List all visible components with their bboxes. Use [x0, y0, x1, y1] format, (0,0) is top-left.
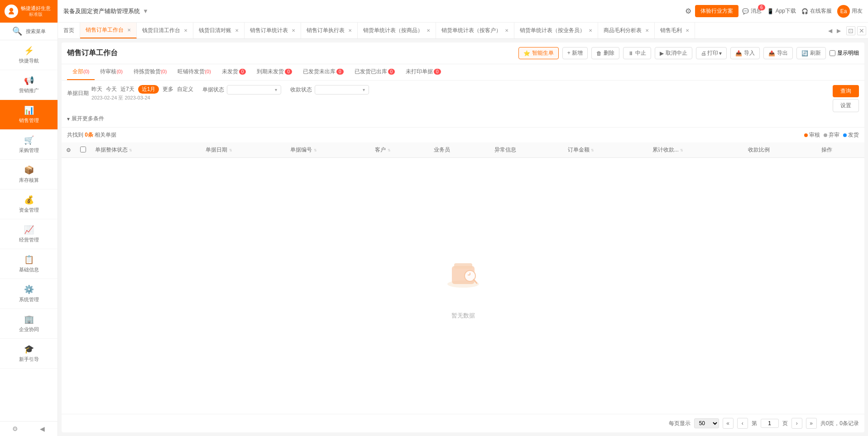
sort-status-icon[interactable]: ⇅ [129, 148, 132, 152]
tab-sales-exec[interactable]: 销售订单执行表 ✕ [301, 23, 358, 38]
tab-sales-workbench[interactable]: 销售订单工作台 ✕ [80, 23, 137, 38]
sort-customer-icon[interactable]: ⇅ [388, 148, 391, 152]
import-button[interactable]: 📥 导入 [730, 47, 760, 59]
tab-next-button[interactable]: ▶ [835, 27, 843, 35]
subtab-not-shipped[interactable]: 未发货0 [216, 64, 252, 80]
sidebar-item-quicknav[interactable]: ⚡ 快捷导航 [0, 40, 58, 70]
first-page-button[interactable]: « [723, 418, 734, 429]
add-button[interactable]: + 新增 [562, 47, 588, 59]
tab-sales-stat-customer-close[interactable]: ✕ [505, 28, 508, 33]
subtab-all[interactable]: 全部(0) [67, 64, 95, 80]
tab-gross-profit[interactable]: 商品毛利分析表 ✕ [598, 23, 655, 38]
tab-sales-stat-customer[interactable]: 销货单统计表（按客户） ✕ [436, 23, 514, 38]
sort-date-icon[interactable]: ⇅ [229, 148, 232, 152]
anti-review-action-button[interactable]: 弃审 [824, 131, 839, 139]
export-button[interactable]: 📤 导出 [763, 47, 793, 59]
subtab-expired-not-shipped[interactable]: 到期未发货0 [251, 64, 297, 80]
settings-button[interactable]: ⚙ [4, 425, 27, 432]
date-custom[interactable]: 自定义 [177, 85, 193, 93]
tab-cash-daily-close[interactable]: ✕ [184, 28, 187, 33]
subtab-shipped-not-out[interactable]: 已发货未出库0 [297, 64, 349, 80]
tab-sales-profit-close[interactable]: ✕ [686, 28, 689, 33]
sidebar-item-sales[interactable]: 📊 销售管理 [0, 100, 58, 130]
date-7days[interactable]: 近7天 [120, 85, 134, 93]
sidebar-item-inventory[interactable]: 📦 库存核算 [0, 160, 58, 190]
ship-action-button[interactable]: 发货 [843, 131, 859, 139]
next-page-button[interactable]: › [791, 418, 802, 429]
print-button[interactable]: 🖨 打印 ▾ [696, 47, 727, 59]
per-page-select[interactable]: 50 20 100 [694, 418, 719, 428]
col-status: 单据整体状态 ⇅ [91, 142, 201, 158]
collapse-button[interactable]: ◀ [31, 425, 54, 432]
subtab-pending-inspect[interactable]: 待拣货验货(0) [128, 64, 172, 80]
column-settings-icon[interactable]: ⚙ [66, 147, 71, 153]
date-today[interactable]: 今天 [106, 85, 117, 93]
suspend-button[interactable]: ⏸ 中止 [623, 47, 651, 59]
select-all-checkbox[interactable] [80, 147, 86, 152]
sort-number-icon[interactable]: ⇅ [314, 148, 317, 152]
sort-amount-icon[interactable]: ⇅ [591, 148, 594, 152]
subtab-pending-review[interactable]: 待审核(0) [95, 64, 128, 80]
tab-sales-stat-staff-close[interactable]: ✕ [589, 28, 592, 33]
date-yesterday[interactable]: 昨天 [91, 85, 102, 93]
date-more[interactable]: 更多 [163, 85, 173, 93]
tab-sales-stat[interactable]: 销售订单统计表 ✕ [245, 23, 301, 38]
sidebar-item-enterprise[interactable]: 🏢 企业协同 [0, 309, 58, 339]
tab-cash-daily[interactable]: 钱货日清工作台 ✕ [137, 23, 193, 38]
sidebar-item-finance[interactable]: 💰 资金管理 [0, 190, 58, 219]
app-download-button[interactable]: 📱 App下载 [767, 7, 796, 15]
review-action-button[interactable]: 审核 [804, 131, 820, 139]
date-1month[interactable]: 近1月 [138, 85, 159, 94]
anti-review-dot-icon [824, 133, 827, 137]
show-detail-input[interactable] [830, 50, 835, 56]
prev-page-button[interactable]: ‹ [737, 418, 748, 429]
sidebar-item-system[interactable]: ⚙️ 系统管理 [0, 279, 58, 309]
tab-sales-stat-staff[interactable]: 销货单统计表（按业务员） ✕ [514, 23, 598, 38]
page-number-input[interactable] [761, 419, 779, 428]
table-scroll-area[interactable]: ⚙ 单据整体状态 ⇅ 单据日期 [62, 142, 864, 158]
smart-create-button[interactable]: ⭐ 智能生单 [518, 47, 559, 59]
sidebar-item-search[interactable]: 🔍 搜索菜单 [0, 23, 58, 40]
last-page-button[interactable]: » [806, 418, 817, 429]
sidebar-item-purchase[interactable]: 🛒 采购管理 [0, 130, 58, 160]
subtab-not-printed[interactable]: 未打印单据0 [400, 64, 446, 80]
tab-cash-reconcile[interactable]: 钱货日清对账 ✕ [193, 23, 245, 38]
tab-sales-profit[interactable]: 销售毛利 ✕ [655, 23, 695, 38]
settings-icon[interactable]: ⚙ [685, 7, 691, 15]
tab-sales-stat-product-close[interactable]: ✕ [427, 28, 430, 33]
tab-sales-exec-close[interactable]: ✕ [348, 28, 352, 33]
tab-home[interactable]: 首页 [58, 23, 80, 38]
window-close-button[interactable]: ✕ [857, 26, 866, 35]
delete-button[interactable]: 🗑 删除 [591, 47, 619, 59]
tab-gross-profit-close[interactable]: ✕ [645, 28, 649, 33]
empty-icon [441, 252, 486, 306]
message-button[interactable]: 💬 消息 6 [742, 7, 762, 15]
sort-collected-icon[interactable]: ⇅ [680, 148, 683, 152]
tab-sales-stat-product[interactable]: 销货单统计表（按商品） ✕ [358, 23, 436, 38]
subtab-shipped-out[interactable]: 已发货已出库0 [349, 64, 401, 80]
online-service-button[interactable]: 🎧 在线客服 [801, 7, 832, 15]
tab-cash-reconcile-label: 钱货日清对账 [199, 27, 231, 34]
sidebar-item-marketing[interactable]: 📢 营销推广 [0, 70, 58, 100]
solution-button[interactable]: 体验行业方案 [695, 5, 739, 17]
payment-select[interactable]: ▾ [315, 85, 369, 95]
sidebar-item-operations[interactable]: 📈 经营管理 [0, 219, 58, 249]
logo-subtitle: 标准版 [21, 11, 51, 18]
tab-sales-workbench-close[interactable]: ✕ [127, 28, 131, 33]
query-button[interactable]: 查询 [833, 85, 859, 97]
tab-prev-button[interactable]: ◀ [826, 27, 834, 35]
subtab-wangpu-delivery[interactable]: 旺铺待发货(0) [172, 64, 216, 80]
sidebar-item-guide[interactable]: 🎓 新手引导 [0, 339, 58, 369]
user-menu-button[interactable]: Ea 用友 [837, 5, 863, 18]
expand-filter-button[interactable]: ▾ 展开更多条件 [67, 115, 859, 123]
message-icon: 💬 [742, 8, 749, 14]
tab-cash-reconcile-close[interactable]: ✕ [235, 28, 239, 33]
status-select[interactable]: ▾ [227, 85, 281, 95]
set-button[interactable]: 设置 [833, 99, 859, 112]
refresh-button[interactable]: 🔄 刷新 [796, 47, 826, 59]
window-restore-button[interactable]: ⊡ [846, 26, 855, 35]
show-detail-checkbox[interactable]: 显示明细 [830, 49, 859, 57]
sidebar-item-basic[interactable]: 📋 基础信息 [0, 249, 58, 279]
tab-sales-stat-close[interactable]: ✕ [292, 28, 295, 33]
cancel-suspend-button[interactable]: ▶ 取消中止 [655, 47, 692, 59]
